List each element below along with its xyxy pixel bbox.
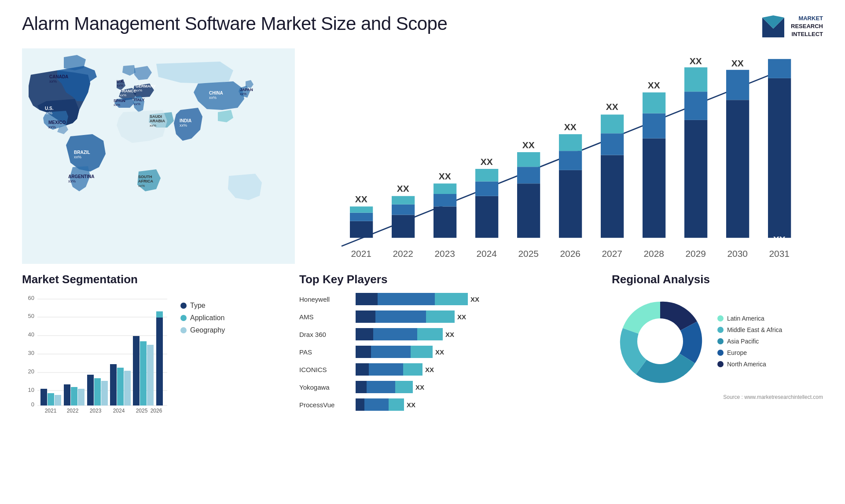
svg-rect-79 [684,67,707,91]
svg-text:xx%: xx% [209,95,217,100]
donut-area: Latin America Middle East & Africa Asia … [612,293,823,390]
svg-text:XX: XX [773,234,786,245]
svg-text:XX: XX [731,58,744,68]
svg-rect-118 [124,371,131,405]
player-bar-pas: XX [356,346,594,358]
svg-rect-120 [133,336,140,405]
source-text: Source : www.marketresearchintellect.com [612,394,823,400]
svg-text:ITALY: ITALY [134,98,145,102]
svg-rect-109 [71,387,77,405]
player-bar-iconics: XX [356,363,594,376]
players-section: Top Key Players Honeywell XX [299,273,594,486]
svg-rect-58 [517,167,540,183]
svg-text:30: 30 [28,350,34,356]
svg-text:U.K.: U.K. [117,79,125,84]
svg-rect-86 [768,78,791,238]
legend-dot-type [180,303,187,309]
svg-rect-74 [643,92,665,113]
legend-dot-application [180,315,187,321]
logo-text: MARKET RESEARCH INTELLECT [791,15,823,39]
svg-text:60: 60 [28,295,34,301]
legend-type: Type [180,302,225,310]
svg-text:2023: 2023 [90,408,102,414]
player-bar-ams: XX [356,310,594,323]
svg-text:xx%: xx% [240,92,246,96]
svg-text:SPAIN: SPAIN [114,99,125,103]
svg-text:xx%: xx% [45,111,52,115]
player-name-ams: AMS [299,313,352,321]
regional-legend-europe: Europe [717,349,782,356]
page-title: Alarm Management Software Market Size an… [22,13,447,34]
svg-text:2021: 2021 [45,408,57,414]
svg-text:xx%: xx% [74,155,81,159]
svg-text:XX: XX [522,140,535,150]
bottom-right: Top Key Players Honeywell XX [299,268,823,486]
svg-rect-43 [392,205,415,215]
svg-rect-73 [643,113,665,139]
segmentation-legend: Type Application Geography [180,302,225,334]
bottom-left: Market Segmentation 60 50 40 30 20 10 0 [22,268,295,486]
svg-rect-104 [40,389,47,405]
player-name-honeywell: Honeywell [299,296,352,303]
svg-rect-52 [475,196,498,238]
svg-text:CANADA: CANADA [49,74,68,79]
svg-text:0: 0 [31,401,34,408]
regional-legend: Latin America Middle East & Africa Asia … [717,315,782,368]
player-name-drax: Drax 360 [299,331,352,338]
svg-rect-121 [140,341,147,405]
players-title: Top Key Players [299,273,594,286]
svg-text:2027: 2027 [602,248,622,259]
svg-rect-44 [392,196,415,205]
svg-text:XX: XX [690,56,702,66]
regional-legend-latin: Latin America [717,315,782,322]
svg-rect-53 [475,182,498,196]
svg-rect-87 [768,59,791,78]
svg-rect-112 [87,375,94,405]
svg-text:xx%: xx% [48,125,56,129]
player-bar-processvue: XX [356,398,594,411]
svg-rect-63 [559,151,582,170]
player-bar-yokogawa: XX [356,381,594,393]
svg-text:40: 40 [28,331,34,338]
donut-chart [612,293,709,390]
svg-text:xx%: xx% [114,103,120,107]
svg-rect-72 [643,139,665,238]
svg-rect-124 [156,318,163,405]
svg-text:AFRICA: AFRICA [138,179,153,183]
svg-rect-47 [434,207,456,238]
players-list: Honeywell XX AMS [299,293,594,411]
svg-text:xx%: xx% [68,179,76,183]
svg-text:2028: 2028 [643,248,664,259]
svg-text:JAPAN: JAPAN [240,88,253,92]
svg-text:XX: XX [397,183,409,194]
svg-text:2022: 2022 [67,408,79,414]
svg-text:2031: 2031 [769,248,789,259]
svg-rect-48 [434,194,456,207]
svg-rect-108 [64,384,70,405]
svg-text:XX: XX [439,171,451,181]
svg-rect-82 [726,100,749,238]
svg-rect-69 [601,115,624,134]
svg-text:XX: XX [648,80,660,90]
svg-rect-105 [48,393,54,405]
legend-application: Application [180,314,225,322]
svg-point-127 [637,318,683,364]
svg-text:20: 20 [28,368,34,375]
player-bar-honeywell: XX [356,293,594,305]
regional-section: Regional Analysis [612,273,823,486]
svg-rect-117 [117,368,124,405]
svg-rect-116 [110,364,117,405]
segmentation-bar-chart: 60 50 40 30 20 10 0 [22,293,172,416]
svg-text:10: 10 [28,387,34,393]
svg-text:U.S.: U.S. [45,106,54,111]
player-row-processvue: ProcessVue XX [299,398,594,411]
svg-text:50: 50 [28,313,34,319]
svg-text:xx%: xx% [138,184,145,188]
svg-rect-57 [517,183,540,238]
svg-rect-83 [726,70,749,100]
player-name-iconics: ICONICS [299,366,352,373]
svg-text:2025: 2025 [136,408,148,414]
segmentation-chart-area: 60 50 40 30 20 10 0 [22,293,295,416]
svg-rect-38 [350,213,373,221]
svg-text:2023: 2023 [434,248,455,259]
